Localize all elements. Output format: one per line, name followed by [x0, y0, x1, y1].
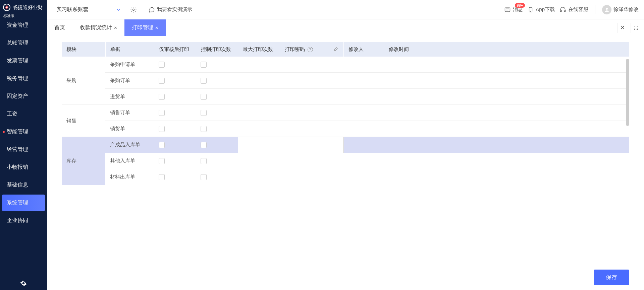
audit-checkbox[interactable] — [159, 142, 165, 148]
fullscreen-icon[interactable] — [631, 23, 641, 33]
table-row: 销货单 — [62, 121, 629, 137]
control-checkbox[interactable] — [201, 142, 207, 148]
th-control-count: 控制打印次数 — [196, 42, 238, 57]
close-all-icon[interactable]: ✕ — [617, 23, 627, 33]
app-download-label: App下载 — [536, 6, 555, 13]
account-selector[interactable]: 实习联系账套 — [52, 5, 125, 14]
messages-badge: 99+ — [515, 3, 525, 8]
header: 实习联系账套 我要看实例演示 消息 99+ — [47, 0, 644, 19]
nav-item-tax[interactable]: 税务管理 — [0, 70, 47, 87]
avatar-icon — [602, 5, 611, 14]
th-max-count: 最大打印次数 — [238, 42, 280, 57]
modifier-cell — [343, 57, 384, 73]
tab-print-management[interactable]: 打印管理 × — [124, 19, 166, 36]
svg-rect-7 — [564, 10, 565, 11]
save-button[interactable]: 保存 — [594, 270, 629, 285]
nav-item-business[interactable]: 经营管理 — [0, 141, 47, 158]
password-input[interactable] — [280, 137, 343, 153]
table-row: 材料出库单 — [62, 169, 629, 185]
control-checkbox[interactable] — [201, 158, 207, 164]
th-modifier: 修改人 — [343, 42, 384, 57]
nav-item-salary[interactable]: 工资 — [0, 105, 47, 123]
max-cell — [238, 57, 280, 73]
main: 实习联系账套 我要看实例演示 消息 99+ — [47, 0, 644, 290]
control-checkbox[interactable] — [201, 110, 207, 116]
th-module: 模块 — [62, 42, 105, 57]
support-button[interactable]: 在线客服 — [559, 6, 588, 13]
max-count-input[interactable] — [238, 137, 280, 153]
module-cell: 库存 — [62, 137, 105, 185]
scrollbar[interactable] — [626, 59, 629, 126]
audit-checkbox[interactable] — [159, 62, 165, 68]
doc-cell: 其他入库单 — [105, 153, 154, 169]
tabs: 首页 收款情况统计 × 打印管理 × ✕ — [47, 19, 644, 36]
account-settings-icon[interactable] — [130, 6, 137, 13]
content: 模块 单据 仅审核后打印 控制打印次数 最大打印次数 打印密码 ? — [47, 36, 644, 290]
pwd-cell — [280, 57, 343, 73]
table-row: 其他入库单 — [62, 153, 629, 169]
doc-cell: 采购订单 — [105, 73, 154, 89]
th-password: 打印密码 ? — [280, 42, 343, 57]
tab-home[interactable]: 首页 — [47, 19, 72, 36]
user-menu[interactable]: 徐泽华修改 — [602, 5, 639, 14]
demo-link[interactable]: 我要看实例演示 — [148, 6, 192, 13]
nav-item-smart[interactable]: 智能管理 — [0, 123, 47, 141]
th-audit-only: 仅审核后打印 — [154, 42, 196, 57]
tab-receipts-stats[interactable]: 收款情况统计 × — [72, 19, 124, 36]
svg-rect-3 — [505, 8, 510, 12]
print-settings-table: 模块 单据 仅审核后打印 控制打印次数 最大打印次数 打印密码 ? — [62, 42, 629, 185]
demo-label: 我要看实例演示 — [157, 6, 192, 13]
control-checkbox[interactable] — [201, 126, 207, 132]
audit-checkbox[interactable] — [159, 110, 165, 116]
audit-checkbox[interactable] — [159, 94, 165, 100]
nav-item-base[interactable]: 基础信息 — [0, 176, 47, 194]
divider — [595, 5, 595, 14]
modifier-cell — [343, 137, 384, 153]
svg-point-2 — [133, 9, 135, 10]
tabs-tools: ✕ — [617, 19, 644, 36]
audit-checkbox[interactable] — [159, 174, 165, 180]
table-row: 采购 采购申请单 — [62, 57, 629, 73]
edit-icon[interactable] — [333, 46, 339, 52]
settings-icon[interactable] — [20, 280, 27, 287]
close-icon[interactable]: × — [155, 25, 158, 30]
support-label: 在线客服 — [568, 6, 588, 13]
table-row: 采购订单 — [62, 73, 629, 89]
control-checkbox[interactable] — [201, 78, 207, 84]
brand-icon — [3, 3, 11, 11]
table-row: 销售 销售订单 — [62, 105, 629, 121]
control-checkbox[interactable] — [201, 174, 207, 180]
close-icon[interactable]: × — [114, 25, 117, 30]
control-checkbox[interactable] — [201, 94, 207, 100]
svg-point-5 — [531, 11, 531, 11]
edition-badge: 标准版 — [0, 13, 47, 21]
svg-rect-6 — [560, 10, 561, 11]
audit-checkbox[interactable] — [159, 126, 165, 132]
messages-button[interactable]: 消息 99+ — [504, 6, 523, 13]
module-cell: 采购 — [62, 57, 105, 105]
brand-name: 畅捷通好业财 — [13, 4, 43, 11]
help-icon[interactable]: ? — [308, 47, 313, 52]
audit-checkbox[interactable] — [159, 78, 165, 84]
sidebar: 畅捷通好业财 标准版 资金管理 总账管理 发票管理 税务管理 固定资产 工资 智… — [0, 0, 47, 290]
nav-item-system[interactable]: 系统管理 — [2, 195, 45, 211]
doc-cell: 采购申请单 — [105, 57, 154, 73]
table-row[interactable]: 库存 产成品入库单 — [62, 137, 629, 153]
nav-item-assets[interactable]: 固定资产 — [0, 87, 47, 105]
nav-item-invoice[interactable]: 发票管理 — [0, 52, 47, 70]
control-checkbox[interactable] — [201, 62, 207, 68]
footer: 保存 — [594, 270, 629, 285]
doc-cell: 销售订单 — [105, 105, 154, 121]
sidebar-footer — [0, 277, 47, 290]
audit-checkbox[interactable] — [159, 158, 165, 164]
account-name: 实习联系账套 — [56, 6, 89, 13]
time-cell — [384, 57, 629, 73]
doc-cell: 材料出库单 — [105, 169, 154, 185]
th-modify-time: 修改时间 — [384, 42, 629, 57]
nav-item-funds[interactable]: 资金管理 — [0, 21, 47, 34]
nav-item-ledger[interactable]: 总账管理 — [0, 34, 47, 52]
nav-item-expense[interactable]: 小畅报销 — [0, 158, 47, 176]
chat-icon — [148, 6, 155, 13]
nav-item-collab[interactable]: 企业协同 — [0, 212, 47, 229]
app-download-button[interactable]: App下载 — [528, 6, 555, 13]
